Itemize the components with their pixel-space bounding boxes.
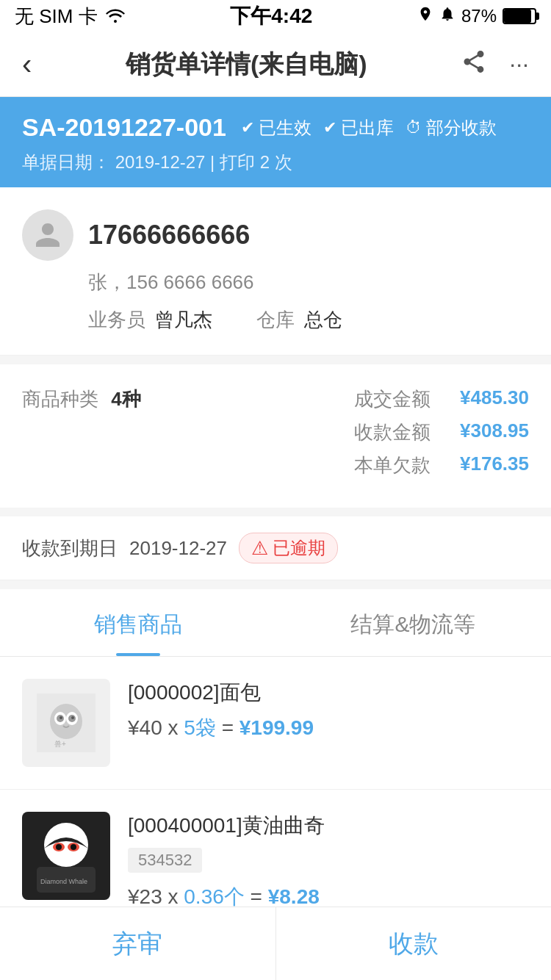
- svg-point-7: [71, 716, 74, 719]
- product-list: 兽+ [0000002]面包 ¥40 x 5袋 = ¥199.99: [0, 657, 551, 934]
- due-date: 2019-12-27: [129, 537, 227, 560]
- product-thumb-2: Diamond Whale: [22, 812, 110, 900]
- svg-point-1: [50, 704, 82, 739]
- check-icon-2: ✔: [323, 118, 336, 137]
- cancel-review-button[interactable]: 弃审: [0, 907, 276, 980]
- customer-sub: 张，156 6666 6666: [88, 270, 529, 295]
- received-row: 收款金额 ¥308.95: [354, 419, 529, 445]
- product-name-1: [0000002]面包: [128, 679, 529, 707]
- page-title: 销货单详情(来自电脑): [126, 48, 367, 82]
- share-icon[interactable]: [461, 48, 487, 81]
- status-badges: ✔ 已生效 ✔ 已出库 ⏱ 部分收款: [241, 116, 497, 140]
- product-price-1: ¥40 x 5袋 = ¥199.99: [128, 714, 529, 742]
- nav-bar: ‹ 销货单详情(来自电脑) ···: [0, 32, 551, 97]
- carrier-text: 无 SIM 卡: [15, 4, 98, 29]
- svg-point-10: [44, 823, 88, 867]
- back-button[interactable]: ‹: [22, 48, 32, 81]
- product-tabs: 销售商品 结算&物流等: [0, 589, 551, 657]
- more-icon[interactable]: ···: [509, 51, 529, 78]
- badge-partial: ⏱ 部分收款: [406, 116, 497, 140]
- product-info-1: [0000002]面包 ¥40 x 5袋 = ¥199.99: [128, 679, 529, 742]
- check-icon-1: ✔: [241, 118, 254, 137]
- product-sku-2: 534532: [128, 848, 202, 873]
- nav-actions: ···: [461, 48, 529, 81]
- clock-icon: ⏱: [406, 118, 422, 137]
- customer-meta: 业务员 曾凡杰 仓库 总仓: [88, 307, 529, 333]
- summary-section: 商品种类 4种 成交金额 ¥485.30 收款金额 ¥308.95 本单欠款 ¥…: [0, 356, 551, 516]
- badge-shipped: ✔ 已出库: [323, 116, 394, 140]
- product-item-1: 兽+ [0000002]面包 ¥40 x 5袋 = ¥199.99: [0, 657, 551, 790]
- wifi-icon: [105, 5, 126, 28]
- collect-payment-button[interactable]: 收款: [276, 907, 552, 980]
- customer-section: 17666666666 张，156 6666 6666 业务员 曾凡杰 仓库 总…: [0, 187, 551, 356]
- tab-settlement[interactable]: 结算&物流等: [276, 589, 551, 656]
- battery-percent: 87%: [461, 6, 497, 26]
- order-date-line: 单据日期： 2019-12-27 | 打印 2 次: [22, 151, 529, 174]
- svg-point-6: [60, 716, 62, 719]
- svg-point-14: [71, 844, 76, 850]
- total-row: 成交金额 ¥485.30: [354, 386, 529, 412]
- svg-text:兽+: 兽+: [54, 740, 66, 748]
- customer-row: 17666666666: [22, 209, 529, 261]
- bottom-bar: 弃审 收款: [0, 907, 551, 980]
- status-time: 下午4:42: [230, 2, 312, 30]
- badge-active: ✔ 已生效: [241, 116, 311, 140]
- product-info-2: [000400001]黄油曲奇 534532 ¥23 x 0.36个 = ¥8.…: [128, 812, 529, 911]
- debt-row: 本单欠款 ¥176.35: [354, 453, 529, 478]
- due-label: 收款到期日: [22, 536, 118, 561]
- category-summary: 商品种类 4种: [22, 386, 141, 486]
- svg-point-13: [56, 844, 62, 850]
- overdue-icon: ⚠: [251, 537, 268, 560]
- customer-id: 17666666666: [88, 220, 250, 251]
- overdue-badge: ⚠ 已逾期: [239, 533, 338, 563]
- status-right: 87%: [417, 6, 536, 26]
- location-icon: [417, 6, 433, 26]
- product-thumb-1: 兽+: [22, 679, 110, 767]
- status-bar: 无 SIM 卡 下午4:42 87%: [0, 0, 551, 32]
- battery-icon: [503, 8, 536, 24]
- salesperson-field: 业务员 曾凡杰: [88, 307, 212, 333]
- order-id: SA-20191227-001: [22, 113, 226, 142]
- amount-summary: 成交金额 ¥485.30 收款金额 ¥308.95 本单欠款 ¥176.35: [354, 386, 529, 486]
- due-section: 收款到期日 2019-12-27 ⚠ 已逾期: [0, 516, 551, 580]
- avatar: [22, 209, 73, 261]
- alarm-icon: [439, 6, 455, 26]
- status-carrier: 无 SIM 卡: [15, 4, 126, 29]
- order-header: SA-20191227-001 ✔ 已生效 ✔ 已出库 ⏱ 部分收款 单据日期：…: [0, 97, 551, 187]
- tab-products[interactable]: 销售商品: [0, 589, 276, 656]
- svg-text:Diamond Whale: Diamond Whale: [40, 878, 87, 885]
- product-name-2: [000400001]黄油曲奇: [128, 812, 529, 840]
- warehouse-field: 仓库 总仓: [256, 307, 342, 333]
